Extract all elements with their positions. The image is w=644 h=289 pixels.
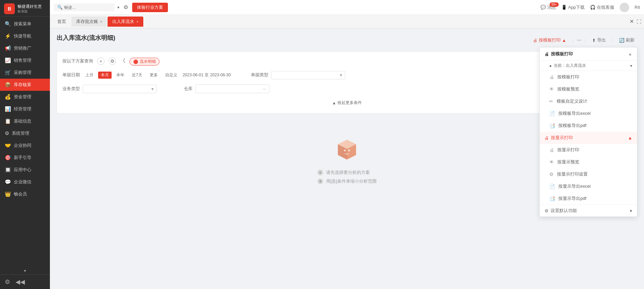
sidebar-item-collab[interactable]: 🤝 企业协同 [0, 139, 50, 152]
step-2-label: 用[选]条件来缩小分析范围 [326, 178, 377, 184]
topbar-search-box[interactable]: 🔍 [54, 3, 115, 11]
sidebar-item-inventory[interactable]: 📦 库存核算 [0, 79, 50, 91]
settings-icon[interactable]: ⚙ [5, 278, 10, 286]
sidebar-item-label: 快捷导航 [14, 33, 31, 39]
tab-batch-account[interactable]: 库存批次账 × [71, 17, 107, 27]
tab-home[interactable]: 首页 [53, 17, 71, 27]
empty-step-1: ① 请先选择要分析的方案 [317, 169, 377, 176]
sidebar-item-search[interactable]: 🔍 搜索菜单 [0, 18, 50, 30]
tab-inout-flow[interactable]: 出入库流水 × [108, 17, 143, 27]
date-btn-this-year[interactable]: 本年 [114, 72, 127, 79]
dropdown-item-template-print[interactable]: 🖨 按模板打印 [540, 71, 637, 83]
dropdown-item-display-preview[interactable]: 👁 按显示预览 [540, 156, 637, 168]
refresh-btn[interactable]: 🔄 刷新 [616, 36, 637, 45]
dropdown-chevron-up[interactable]: ▲ [628, 52, 632, 56]
user-avatar[interactable] [620, 3, 629, 12]
collapse-icon[interactable]: ◀◀ [16, 278, 25, 286]
trial-btn[interactable]: 体验行业方案 [132, 3, 168, 12]
tab-batch-account-close[interactable]: × [100, 20, 102, 24]
username[interactable]: Rit [635, 5, 640, 10]
tab-inout-flow-close[interactable]: × [136, 20, 138, 24]
dropdown-header: 🖨 按模板打印 ▲ [540, 48, 637, 61]
window-expand-btn[interactable]: ⛶ [637, 19, 641, 24]
template-print-icon: 🖨 [549, 74, 554, 80]
topbar-search-input[interactable] [64, 5, 105, 10]
display-section-header[interactable]: 🖨 按显示打印 ▲ [540, 132, 637, 144]
dropdown-item-template-preview[interactable]: 👁 按模板预览 [540, 83, 637, 95]
headset-icon: 🎧 [590, 5, 595, 10]
warehouse-dots[interactable]: ··· [262, 86, 266, 91]
topbar-msg-btn[interactable]: 💬 消息 99+ [540, 4, 556, 10]
empty-step-2: ② 用[选]条件来缩小分析范围 [317, 178, 377, 184]
print-icon: 🖨 [533, 38, 537, 43]
guide-icon: 🎯 [5, 155, 11, 161]
tag-label: 流水明细 [140, 59, 156, 64]
warehouse-input[interactable]: ··· [195, 84, 269, 93]
date-btn-custom[interactable]: 自定义 [163, 72, 180, 79]
date-range: 2023-06-01 至 2023-06-30 [183, 72, 231, 78]
topbar-search-dropdown[interactable]: ▾ [117, 5, 119, 10]
date-btn-this-month[interactable]: 本月 [98, 72, 112, 79]
action-more-btn[interactable]: ··· [577, 37, 581, 43]
date-btn-more[interactable]: 更多 [147, 72, 160, 79]
sidebar-item-basic[interactable]: 📋 基础信息 [0, 115, 50, 127]
filter-warehouse-field: 仓库 ··· [184, 84, 269, 93]
sidebar-bottom: ⚙ ◀◀ [0, 274, 50, 289]
sidebar-item-apps[interactable]: 🔲 应用中心 [0, 164, 50, 176]
step-num-1: ① [317, 169, 323, 176]
main-area: 🔍 ▾ ⚙ 体验行业方案 💬 消息 99+ 📱 App下载 🎧 在线客服 [50, 0, 644, 289]
topbar-app-download[interactable]: 📱 App下载 [561, 4, 585, 10]
sidebar-item-vip[interactable]: 👑 畅会员 [0, 188, 50, 200]
sidebar-item-label: 营销推广 [14, 45, 31, 51]
template-excel-icon: 📄 [549, 111, 555, 116]
sidebar-scroll-down[interactable]: ▾ [0, 267, 50, 274]
filter-collapse-left-btn[interactable]: 《 [120, 57, 125, 64]
sidebar-logo: B 畅捷通好生意 标准版 [0, 0, 50, 17]
filter-settings-icon[interactable]: ⚙ [109, 57, 116, 65]
dropdown-current[interactable]: ● 当前：出入库流水 ▾ [540, 61, 637, 71]
biztype-select[interactable]: ▾ [83, 85, 157, 93]
sidebar-item-purchase[interactable]: 🛒 采购管理 [0, 67, 50, 79]
filter-add-btn[interactable]: + [97, 57, 105, 65]
dropdown-item-template-excel[interactable]: 📄 按模板导出excel [540, 107, 637, 120]
sidebar-item-marketing[interactable]: 📢 营销推广 [0, 42, 50, 54]
dropdown-item-display-settings[interactable]: ⚙ 按显示打印设置 [540, 168, 637, 180]
sidebar-item-wechat[interactable]: 💬 企业微信 [0, 176, 50, 188]
purchase-icon: 🛒 [5, 70, 11, 76]
step-1-label: 请先选择要分析的方案 [326, 169, 370, 176]
topbar-settings-icon[interactable]: ⚙ [123, 4, 128, 10]
tag-item-flow-detail[interactable]: 🔴 流水明细 [129, 58, 159, 65]
sidebar-item-operations[interactable]: 📊 经营管理 [0, 103, 50, 115]
sidebar-item-quick-nav[interactable]: ⚡ 快捷导航 [0, 30, 50, 42]
sidebar-item-label: 基础信息 [14, 118, 31, 124]
dropdown-item-display-excel[interactable]: 📄 按显示导出excel [540, 180, 637, 192]
sidebar-item-label: 企业协同 [14, 142, 31, 149]
content-area: 出入库流水(流水明细) 🖨 按模板打印 ▲ | ··· | ⬆ 导出 | [50, 28, 644, 289]
export-btn[interactable]: ⬆ 导出 [589, 36, 609, 45]
print-template-btn[interactable]: 🖨 按模板打印 ▲ [530, 36, 569, 45]
window-close-btn[interactable]: ✕ [630, 18, 634, 25]
doctype-select[interactable]: ▾ [271, 71, 345, 79]
date-start: 2023-06-01 [183, 73, 203, 77]
sidebar-item-sales[interactable]: 📈 销售管理 [0, 54, 50, 67]
date-btn-last-month[interactable]: 上月 [83, 72, 96, 79]
collapse-more-label: 收起更多条件 [338, 100, 362, 106]
sidebar-item-finance[interactable]: 💰 资金管理 [0, 91, 50, 103]
topbar-online-service[interactable]: 🎧 在线客服 [590, 4, 614, 10]
inventory-icon: 📦 [5, 82, 11, 88]
collapse-more-btn[interactable]: ▲ 收起更多条件 [332, 100, 362, 106]
marketing-icon: 📢 [5, 45, 11, 51]
apps-icon: 🔲 [5, 167, 11, 173]
doctype-label: 单据类型 [251, 72, 268, 78]
date-options: 上月 本月 本年 近7天 更多 自定义 [83, 72, 180, 79]
dropdown-item-template-custom[interactable]: ✏ 模板自定义设计 [540, 95, 637, 107]
date-btn-7days[interactable]: 近7天 [129, 72, 145, 79]
sidebar-item-system[interactable]: ⚙ 系统管理 [0, 127, 50, 139]
dropdown-item-display-print[interactable]: 🖨 按显示打印 [540, 144, 637, 156]
dropdown-item-template-pdf[interactable]: 📑 按模板导出pdf [540, 120, 637, 132]
print-template-label: 按模板打印 [539, 37, 561, 43]
dropdown-item-display-pdf[interactable]: 📑 按显示导出pdf [540, 192, 637, 205]
sidebar-item-guide[interactable]: 🎯 新手引导 [0, 152, 50, 164]
sidebar-item-label: 销售管理 [14, 57, 31, 63]
dropdown-footer-default[interactable]: ⚙ 设置默认功能 ▾ [540, 205, 637, 216]
